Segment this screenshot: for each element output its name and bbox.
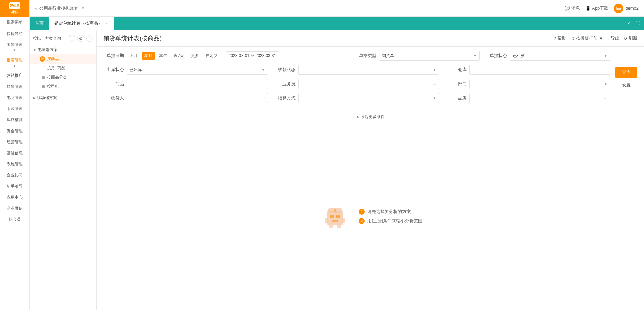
- date-tab-last-month[interactable]: 上月: [127, 52, 140, 60]
- receipt-status-select[interactable]: ▼: [298, 65, 439, 75]
- sidebar-item-sales[interactable]: 销售管理: [0, 81, 29, 92]
- export-btn[interactable]: ↑ 导出: [607, 35, 620, 41]
- out-status-arrow: ▼: [262, 68, 265, 72]
- page-title-row: 销货单统计表(按商品) ? 帮助 🖨 按模板打印 ▼: [103, 34, 637, 42]
- brand-select[interactable]: ···: [469, 93, 610, 103]
- scheme-by-month-goods[interactable]: ☰ 按月+商品: [30, 64, 96, 73]
- sidebar-item-marketing[interactable]: 营销推广: [0, 70, 29, 81]
- warehouse-label: 仓库: [446, 67, 469, 73]
- date-range-display[interactable]: 2023-03-01 至 2023-03-31: [226, 51, 279, 60]
- right-panel: 销货单统计表(按商品) ? 帮助 🖨 按模板打印 ▼: [97, 30, 644, 310]
- sales-label: 销售管理: [7, 84, 23, 90]
- salesperson-select[interactable]: ···: [298, 79, 439, 89]
- payment-select[interactable]: ▼: [298, 93, 439, 103]
- sidebar-item-wechat[interactable]: 企业微信: [0, 203, 29, 214]
- receipt-status-label: 收款状态: [275, 67, 298, 73]
- sidebar-item-enterprise-coop[interactable]: 企业协同: [0, 170, 29, 181]
- panel-header: 按以下方案查询 + ⊙ «: [30, 34, 96, 44]
- scheme-by-category[interactable]: ▦ 按商品分类: [30, 73, 96, 82]
- receiver-select[interactable]: ···: [127, 93, 268, 103]
- sidebar-item-ecommerce[interactable]: 电商管理: [0, 92, 29, 103]
- sidebar-item-quick-nav[interactable]: 快捷导航: [0, 28, 29, 39]
- mobile-scheme-group: ▶ 移动端方案: [30, 92, 96, 103]
- mobile-group-title[interactable]: ▶ 移动端方案: [30, 94, 96, 102]
- tab-home[interactable]: 首页: [30, 17, 49, 30]
- print-dropdown-arrow[interactable]: ▼: [599, 36, 603, 41]
- refresh-btn[interactable]: ↺ 刷新: [624, 35, 637, 41]
- date-tab-more[interactable]: 更多: [188, 52, 202, 60]
- help-label: 帮助: [557, 35, 566, 41]
- empty-tip-1: 1 请先选择要分析的方案: [359, 209, 422, 215]
- app-download-label: App下载: [592, 5, 608, 11]
- doc-type-select[interactable]: 销货单 ▼: [379, 51, 480, 61]
- empty-tips: 1 请先选择要分析的方案 2 用[过滤]条件来缩小分析范围: [359, 209, 422, 224]
- avatar: Ea: [614, 4, 623, 13]
- collapse-bar[interactable]: ∧ 收起更多条件: [97, 111, 644, 122]
- filter-section: 销货单统计表(按商品) ? 帮助 🖨 按模板打印 ▼: [97, 30, 644, 122]
- query-button[interactable]: 查询: [615, 67, 637, 78]
- sidebar-item-retail[interactable]: 零售管理 ▼: [0, 39, 29, 55]
- help-btn[interactable]: ? 帮助: [553, 35, 566, 41]
- sidebar-item-newbie[interactable]: 新手引导: [0, 181, 29, 192]
- sidebar-item-basic[interactable]: 基础信息: [0, 148, 29, 159]
- search-menu-btn[interactable]: 搜索菜单: [0, 17, 29, 28]
- tip-num-2: 2: [359, 218, 365, 224]
- refresh-icon: ↺: [624, 36, 627, 41]
- sidebar-item-business[interactable]: 经营管理: [0, 137, 29, 148]
- tab-close-icon[interactable]: ×: [104, 21, 109, 26]
- date-tab-custom[interactable]: 自定义: [203, 52, 220, 60]
- doc-status-select[interactable]: 已生效 ▼: [510, 51, 610, 61]
- tab-minimize-btn[interactable]: ×: [626, 19, 631, 28]
- date-tab-7days[interactable]: 近7天: [171, 52, 187, 60]
- panel-collapse-btn[interactable]: «: [86, 35, 93, 42]
- logo-text: 标账: [11, 10, 18, 15]
- refresh-label: 刷新: [629, 35, 637, 41]
- tab-active[interactable]: 销货单统计表（按商品） ×: [49, 17, 114, 30]
- export-icon: ↑: [607, 36, 610, 41]
- doc-type-arrow: ▼: [473, 54, 477, 58]
- out-status-select[interactable]: 已出库 ▼: [127, 65, 268, 75]
- message-btn[interactable]: 💬 消息: [565, 5, 580, 11]
- scheme-by-goods[interactable]: 按 按商品: [30, 54, 96, 64]
- sidebar-item-inventory[interactable]: 库存核算: [0, 114, 29, 125]
- sub-scheme-icon-cashier: ▦: [42, 84, 45, 89]
- goods-dots: ···: [262, 82, 265, 86]
- empty-tip-2: 2 用[过滤]条件来缩小分析范围: [359, 218, 422, 224]
- receiver-label: 收货人: [103, 95, 127, 101]
- settings-button[interactable]: 设置: [615, 80, 637, 90]
- warehouse-select[interactable]: ···: [469, 65, 610, 75]
- tab-bar: 首页 销货单统计表（按商品） × × ⛶: [30, 17, 644, 30]
- industry-dropdown-arrow[interactable]: ▼: [81, 6, 85, 10]
- desktop-group-title[interactable]: ▼ 电脑端方案: [30, 46, 96, 54]
- sidebar-item-app-center[interactable]: 应用中心: [0, 192, 29, 203]
- tab-maximize-btn[interactable]: ⛶: [634, 19, 641, 28]
- sidebar-item-member[interactable]: 畅会员: [0, 214, 29, 225]
- svg-rect-0: [327, 211, 343, 225]
- basic-label: 基础信息: [7, 150, 23, 156]
- svg-rect-1: [330, 215, 334, 218]
- sidebar-item-purchase[interactable]: 采购管理: [0, 103, 29, 114]
- retail-label: 零售管理: [7, 42, 23, 48]
- goods-select[interactable]: ···: [127, 79, 268, 89]
- panel-settings-btn[interactable]: ⊙: [77, 35, 84, 42]
- scheme-by-cashier[interactable]: ▦ 按司机: [30, 82, 96, 91]
- content-area: 按以下方案查询 + ⊙ « ▼ 电脑端方案 按 按商品: [30, 30, 644, 310]
- enterprise-coop-label: 企业协同: [7, 172, 23, 178]
- svg-rect-7: [337, 225, 341, 228]
- department-select[interactable]: ▼: [469, 79, 610, 89]
- date-tab-this-month[interactable]: 本月: [142, 52, 155, 60]
- finance-label: 资金管理: [7, 128, 23, 134]
- sidebar-item-wholesale[interactable]: 批发管理 ▲: [0, 55, 29, 70]
- panel-add-btn[interactable]: +: [69, 35, 75, 42]
- app-logo: 好生意 标账: [0, 0, 29, 17]
- app-download-btn[interactable]: 📱 App下载: [585, 5, 608, 11]
- tip-2-text: 用[过滤]条件来缩小分析范围: [367, 218, 422, 224]
- date-tab-this-year[interactable]: 本年: [156, 52, 170, 60]
- print-btn[interactable]: 🖨 按模板打印 ▼: [570, 35, 603, 41]
- sidebar-item-system[interactable]: 系统管理: [0, 159, 29, 170]
- sidebar-item-finance[interactable]: 资金管理: [0, 125, 29, 137]
- user-info[interactable]: Ea demo2: [614, 4, 639, 13]
- scheme-by-goods-label: 按商品: [47, 56, 59, 62]
- brand-label: 品牌: [446, 95, 469, 101]
- collapse-icon: «: [89, 36, 91, 41]
